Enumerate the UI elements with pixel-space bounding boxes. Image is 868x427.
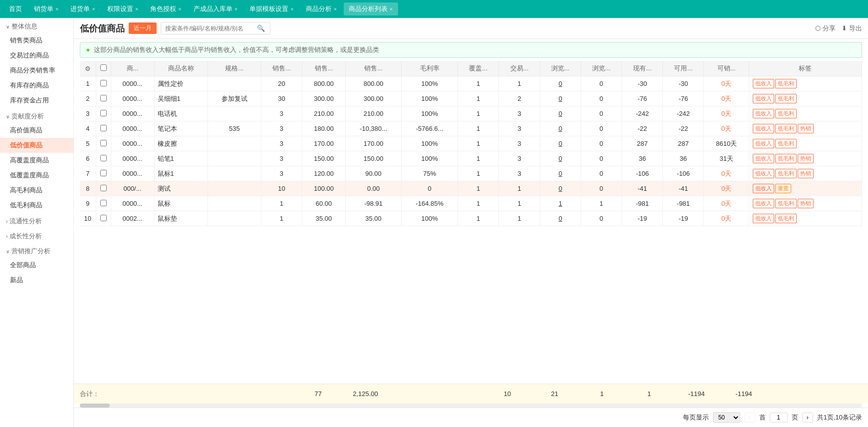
views-link[interactable]: 0 — [559, 170, 562, 177]
td-spec — [208, 151, 261, 166]
sidebar-item-sales-goods[interactable]: 销售类商品 — [0, 33, 73, 48]
nav-template[interactable]: 单据模板设置× — [244, 2, 298, 15]
footer-avg — [389, 390, 436, 398]
td-current-stock: 36 — [622, 151, 663, 166]
sidebar-item-stock-capital[interactable]: 库存资金占用 — [0, 93, 73, 108]
table-container[interactable]: ⚙ 商... 商品名称 规格... 销售... 销售... 销售... 毛利率 … — [74, 61, 868, 384]
td-days: 0天 — [704, 196, 749, 211]
sidebar-item-high-value[interactable]: 高价值商品 — [0, 123, 73, 138]
sidebar-item-high-margin[interactable]: 高毛利商品 — [0, 183, 73, 198]
th-settings[interactable]: ⚙ — [80, 61, 96, 76]
nav-home[interactable]: 首页 — [4, 2, 27, 15]
td-views[interactable]: 0 — [540, 106, 581, 121]
td-check[interactable] — [96, 121, 111, 136]
views-link[interactable]: 0 — [559, 110, 562, 117]
td-spec — [208, 211, 261, 226]
td-days: 0天 — [704, 76, 749, 91]
sidebar-group-contribution[interactable]: ∨ 贡献度分析 — [0, 108, 73, 123]
nav-product-inbound[interactable]: 产成品入库单× — [189, 2, 242, 15]
td-avg-price: -98.91 — [346, 196, 402, 211]
page-size-select[interactable]: 50 100 200 — [713, 412, 740, 423]
views-link[interactable]: 0 — [559, 140, 562, 147]
nav-role-auth[interactable]: 角色授权× — [145, 2, 186, 15]
search-bar[interactable]: 🔍 — [161, 22, 270, 34]
row-checkbox[interactable] — [100, 125, 107, 131]
sidebar-item-all-goods[interactable]: 全部商品 — [0, 258, 73, 273]
export-button[interactable]: ⬇ 导出 — [842, 24, 862, 33]
td-check[interactable] — [96, 211, 111, 226]
td-views[interactable]: 0 — [540, 76, 581, 91]
views-link[interactable]: 0 — [559, 215, 562, 222]
td-name: 吴细细1 — [154, 91, 208, 106]
tag-badge: 热销 — [798, 199, 814, 208]
views-link[interactable]: 0 — [559, 185, 562, 192]
td-num: 2 — [80, 91, 96, 106]
td-views[interactable]: 0 — [540, 181, 581, 196]
search-input[interactable] — [165, 25, 255, 32]
first-page-btn[interactable]: ‹ — [744, 413, 755, 423]
select-all-checkbox[interactable] — [100, 64, 107, 71]
sidebar-item-low-value[interactable]: 低价值商品 — [0, 138, 73, 153]
sidebar-group-growth[interactable]: › 成长性分析 — [0, 228, 73, 243]
td-views[interactable]: 1 — [540, 196, 581, 211]
row-checkbox[interactable] — [100, 80, 107, 86]
td-check[interactable] — [96, 91, 111, 106]
row-checkbox[interactable] — [100, 95, 107, 101]
nav-permission[interactable]: 权限设置× — [102, 2, 143, 15]
sidebar-item-low-coverage[interactable]: 低覆盖度商品 — [0, 168, 73, 183]
td-views[interactable]: 0 — [540, 136, 581, 151]
settings-icon[interactable]: ⚙ — [85, 65, 91, 72]
content-area: 低价值商品 近一月 🔍 ⬡ 分享 ⬇ 导出 ✦ 这部分商品的销售收入大幅低于商品… — [74, 18, 868, 427]
footer-avail-stock: -1194 — [720, 390, 768, 398]
td-views[interactable]: 0 — [540, 91, 581, 106]
td-num: 3 — [80, 106, 96, 121]
row-checkbox[interactable] — [100, 200, 107, 206]
row-checkbox[interactable] — [100, 155, 107, 161]
td-name: 电话机 — [154, 106, 208, 121]
next-page-btn[interactable]: › — [802, 413, 813, 423]
nav-product-analysis-list[interactable]: 商品分析列表× — [344, 2, 398, 15]
views-link[interactable]: 0 — [559, 125, 562, 132]
sidebar-item-traded-goods[interactable]: 交易过的商品 — [0, 48, 73, 63]
sidebar-item-low-margin[interactable]: 低毛利商品 — [0, 198, 73, 213]
td-views[interactable]: 0 — [540, 211, 581, 226]
td-trades: 2 — [499, 91, 540, 106]
table-row: 2 0000... 吴细细1 参加复试 30 300.00 300.00 100… — [80, 91, 862, 106]
td-check[interactable] — [96, 76, 111, 91]
td-check[interactable] — [96, 181, 111, 196]
row-checkbox[interactable] — [100, 185, 107, 191]
td-views[interactable]: 0 — [540, 166, 581, 181]
sidebar-item-new-goods[interactable]: 新品 — [0, 273, 73, 288]
views-link[interactable]: 0 — [559, 95, 562, 102]
page-number-input[interactable] — [770, 413, 788, 423]
th-select-all[interactable] — [96, 61, 111, 76]
sidebar-group-circulation[interactable]: › 流通性分析 — [0, 213, 73, 228]
views-link[interactable]: 0 — [559, 155, 562, 162]
share-button[interactable]: ⬡ 分享 — [815, 24, 836, 33]
row-checkbox[interactable] — [100, 215, 107, 221]
row-checkbox[interactable] — [100, 110, 107, 116]
sidebar-item-high-coverage[interactable]: 高覆盖度商品 — [0, 153, 73, 168]
row-checkbox[interactable] — [100, 170, 107, 176]
row-checkbox[interactable] — [100, 140, 107, 146]
td-days: 0天 — [704, 91, 749, 106]
sidebar-item-stock-goods[interactable]: 有库存的商品 — [0, 78, 73, 93]
nav-product-analysis[interactable]: 商品分析× — [301, 2, 342, 15]
td-view-conv: 1 — [581, 196, 622, 211]
td-views[interactable]: 0 — [540, 151, 581, 166]
sidebar-group-overall[interactable]: ∨ 整体信息 — [0, 18, 73, 33]
top-nav: 首页 销货单× 进货单× 权限设置× 角色授权× 产成品入库单× 单据模板设置×… — [0, 0, 868, 18]
td-check[interactable] — [96, 106, 111, 121]
nav-sales-order[interactable]: 销货单× — [29, 2, 63, 15]
td-check[interactable] — [96, 166, 111, 181]
td-check[interactable] — [96, 196, 111, 211]
td-check[interactable] — [96, 136, 111, 151]
filter-recent-month[interactable]: 近一月 — [129, 22, 157, 34]
td-views[interactable]: 0 — [540, 121, 581, 136]
sidebar-group-marketing[interactable]: ∨ 营销推广分析 — [0, 243, 73, 258]
views-link[interactable]: 0 — [559, 80, 562, 87]
views-link[interactable]: 1 — [559, 200, 562, 207]
nav-purchase-order[interactable]: 进货单× — [65, 2, 100, 15]
td-check[interactable] — [96, 151, 111, 166]
sidebar-item-category-sales-rate[interactable]: 商品分类销售率 — [0, 63, 73, 78]
